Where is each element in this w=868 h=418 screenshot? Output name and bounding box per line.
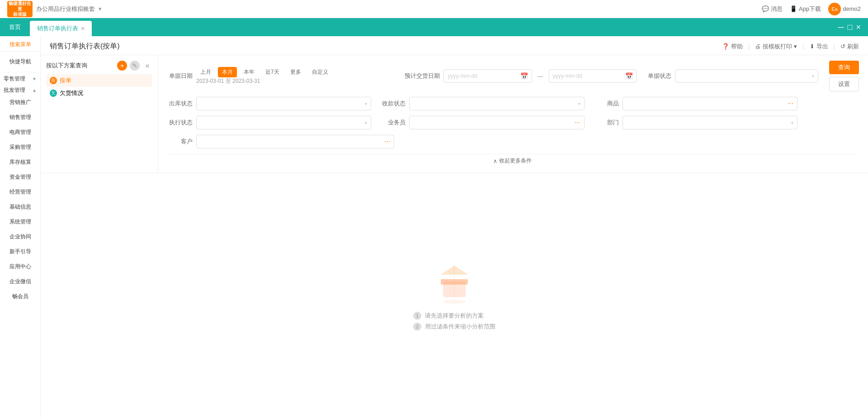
date-tag-lastmonth[interactable]: 上月 bbox=[196, 67, 215, 77]
topbar: 畅捷通好生意标准版 办公用品行业模拟账套 ▾ 💬 消息 📱 App下载 Ea d… bbox=[0, 0, 868, 18]
empty-area: 1 请先选择要分析的方案 2 用过滤条件来缩小分析范围 bbox=[41, 173, 868, 418]
sidebar-item-operations[interactable]: 经营管理 bbox=[0, 185, 40, 200]
date-tag-7days[interactable]: 近7天 bbox=[261, 67, 283, 77]
expected-date-start-input[interactable]: yyyy-mm-dd 📅 bbox=[443, 69, 532, 83]
execution-select[interactable]: ▾ bbox=[196, 116, 371, 129]
expected-date-end-input[interactable]: yyyy-mm-dd 📅 bbox=[549, 69, 637, 83]
tab-active[interactable]: 销售订单执行表 × bbox=[30, 21, 92, 36]
empty-illustration bbox=[432, 261, 477, 306]
filter-expected-date: 预计交货日期 yyyy-mm-dd 📅 — yyyy-mm-dd 📅 bbox=[405, 69, 637, 83]
refresh-icon: ↺ bbox=[840, 43, 845, 50]
sidebar-item-quick-nav[interactable]: 快捷导航 bbox=[0, 54, 40, 69]
scheme-item-shortage[interactable]: 欠 欠货情况 bbox=[46, 87, 152, 100]
date-tag-thisyear[interactable]: 本年 bbox=[240, 67, 259, 77]
sidebar-item-ecommerce[interactable]: 电商管理 bbox=[0, 125, 40, 140]
export-button[interactable]: ⬇ 导出 bbox=[810, 43, 828, 51]
sidebar-item-apps[interactable]: 应用中心 bbox=[0, 259, 40, 274]
tab-close-icon[interactable]: × bbox=[81, 25, 85, 32]
date-tag-thismonth[interactable]: 本月 bbox=[218, 67, 237, 77]
maximize-button[interactable]: □ bbox=[848, 23, 853, 31]
scheme-item-order[interactable]: 按 按单 bbox=[46, 74, 152, 87]
filter-main: 单据日期 上月 本月 本年 近7天 更多 自定义 2023-03-01 至 20… bbox=[158, 55, 859, 173]
shipment-select[interactable]: ▾ bbox=[196, 97, 371, 110]
scheme-add-button[interactable]: + bbox=[117, 61, 127, 71]
sidebar-item-inventory[interactable]: 库存核算 bbox=[0, 155, 40, 170]
date-range-text: 2023-03-01 至 2023-03-31 bbox=[196, 77, 397, 85]
product-input[interactable]: ··· bbox=[623, 97, 797, 110]
tabbar: 首页 销售订单执行表 × ─ □ × bbox=[0, 18, 868, 36]
filter-date: 单据日期 上月 本月 本年 近7天 更多 自定义 2023-03-01 至 20… bbox=[165, 67, 397, 85]
sidebar-item-member[interactable]: 畅会员 bbox=[0, 289, 40, 304]
help-button[interactable]: ❓ 帮助 bbox=[722, 43, 743, 51]
query-buttons: 查询 设置 bbox=[826, 61, 859, 91]
app-download-button[interactable]: 📱 App下载 bbox=[790, 5, 821, 13]
message-button[interactable]: 💬 消息 bbox=[762, 5, 783, 13]
payment-select[interactable]: ▾ bbox=[409, 97, 584, 110]
department-select[interactable]: ▾ bbox=[623, 116, 797, 129]
logo: 畅捷通好生意标准版 bbox=[7, 1, 33, 17]
filter-payment: 收款状态 ▾ bbox=[378, 97, 584, 110]
sidebar-item-basic[interactable]: 基础信息 bbox=[0, 200, 40, 214]
payment-arrow-icon: ▾ bbox=[578, 101, 580, 106]
sidebar-item-purchase[interactable]: 采购管理 bbox=[0, 140, 40, 155]
help-icon: ❓ bbox=[722, 43, 729, 50]
date-tag-more[interactable]: 更多 bbox=[286, 67, 305, 77]
filter-product: 商品 ··· bbox=[592, 97, 797, 110]
avatar: Ea bbox=[828, 3, 841, 15]
date-tag-custom[interactable]: 自定义 bbox=[308, 67, 332, 77]
sidebar-item-marketing[interactable]: 营销推广 bbox=[0, 95, 40, 110]
query-button[interactable]: 查询 bbox=[829, 61, 859, 74]
user-profile[interactable]: Ea demo2 bbox=[828, 3, 861, 15]
print-button[interactable]: 🖨 按模板打印 ▾ bbox=[755, 43, 797, 51]
content-area: 销售订单执行表(按单) ❓ 帮助 | 🖨 按模板打印 ▾ | ⬇ 导出 | bbox=[41, 36, 868, 418]
department-arrow-icon: ▾ bbox=[791, 120, 793, 125]
scheme-collapse-button[interactable]: « bbox=[142, 61, 152, 71]
sidebar-item-guide[interactable]: 新手引导 bbox=[0, 244, 40, 259]
scheme-item-icon-shortage: 欠 bbox=[50, 90, 57, 97]
sidebar-item-wechat[interactable]: 企业微信 bbox=[0, 274, 40, 289]
close-window-button[interactable]: × bbox=[856, 23, 861, 31]
filter-row-2: 出库状态 ▾ 收款状态 ▾ 商品 bbox=[165, 97, 859, 110]
scheme-header: 按以下方案查询 + ✎ « bbox=[46, 61, 152, 71]
wholesale-expand-icon: ▲ bbox=[32, 88, 37, 93]
sidebar-item-system[interactable]: 系统管理 bbox=[0, 214, 40, 229]
app-title: 办公用品行业模拟账套 bbox=[36, 5, 95, 13]
salesperson-dots-icon[interactable]: ··· bbox=[574, 119, 580, 127]
dropdown-arrow-icon[interactable]: ▾ bbox=[99, 5, 102, 12]
filter-panel: 按以下方案查询 + ✎ « 按 按单 欠 欠货情况 bbox=[41, 55, 868, 173]
sidebar-item-sales[interactable]: 销售管理 bbox=[0, 110, 40, 125]
refresh-button[interactable]: ↺ 刷新 bbox=[840, 43, 859, 51]
calendar-end-icon[interactable]: 📅 bbox=[625, 72, 633, 80]
sidebar-item-enterprise[interactable]: 企业协同 bbox=[0, 229, 40, 244]
filter-department: 部门 ▾ bbox=[592, 116, 797, 129]
export-icon: ⬇ bbox=[810, 43, 815, 50]
sidebar-section-retail[interactable]: 零售管理 ▼ bbox=[0, 72, 40, 84]
page-header: 销售订单执行表(按单) ❓ 帮助 | 🖨 按模板打印 ▾ | ⬇ 导出 | bbox=[41, 36, 868, 55]
customer-input[interactable]: ··· bbox=[196, 135, 394, 148]
page-header-actions: ❓ 帮助 | 🖨 按模板打印 ▾ | ⬇ 导出 | ↺ 刷新 bbox=[722, 43, 859, 51]
retail-expand-icon: ▼ bbox=[32, 76, 37, 81]
salesperson-input[interactable]: ··· bbox=[409, 116, 584, 129]
sidebar-quick-nav-group: 快捷导航 bbox=[0, 52, 40, 72]
tab-home[interactable]: 首页 bbox=[0, 18, 30, 36]
customer-dots-icon[interactable]: ··· bbox=[384, 138, 390, 146]
sidebar-item-finance[interactable]: 资金管理 bbox=[0, 170, 40, 185]
download-icon: 📱 bbox=[790, 5, 797, 12]
product-dots-icon[interactable]: ··· bbox=[788, 100, 793, 108]
sidebar-search[interactable]: 搜索菜单 bbox=[0, 36, 40, 52]
sidebar: 搜索菜单 快捷导航 零售管理 ▼ 批发管理 ▲ 营销推广 销售管理 电商管理 采… bbox=[0, 36, 41, 418]
minimize-button[interactable]: ─ bbox=[838, 23, 844, 31]
calendar-start-icon[interactable]: 📅 bbox=[520, 72, 528, 80]
settings-button[interactable]: 设置 bbox=[829, 77, 859, 91]
order-status-select[interactable]: ▾ bbox=[675, 69, 818, 83]
sidebar-section-wholesale[interactable]: 批发管理 ▲ bbox=[0, 84, 40, 95]
page-title: 销售订单执行表(按单) bbox=[50, 42, 120, 51]
scheme-actions: + ✎ « bbox=[117, 61, 152, 71]
topbar-left: 畅捷通好生意标准版 办公用品行业模拟账套 ▾ bbox=[7, 1, 102, 17]
filter-customer: 客户 ··· bbox=[165, 135, 394, 148]
filter-salesperson: 业务员 ··· bbox=[378, 116, 584, 129]
scheme-edit-button[interactable]: ✎ bbox=[130, 61, 140, 71]
shipment-arrow-icon: ▾ bbox=[365, 101, 367, 106]
print-icon: 🖨 bbox=[755, 43, 761, 50]
collapse-button[interactable]: ∧ 收起更多条件 bbox=[493, 157, 532, 165]
